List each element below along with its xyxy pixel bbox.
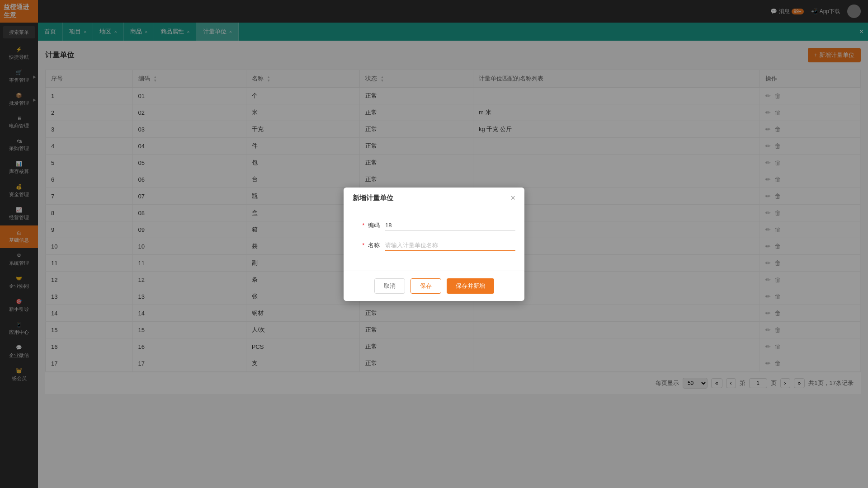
modal-title: 新增计量单位: [353, 194, 393, 202]
modal-body: * 编码 * 名称: [344, 209, 524, 271]
save-add-button[interactable]: 保存并新增: [447, 278, 494, 294]
cancel-button[interactable]: 取消: [374, 278, 405, 294]
code-row: * 编码: [353, 220, 515, 231]
modal-close-button[interactable]: ×: [510, 194, 515, 202]
modal-header: 新增计量单位 ×: [344, 188, 524, 209]
add-unit-modal: 新增计量单位 × * 编码 * 名称 取消 保存 保存并新增: [344, 188, 524, 301]
name-input[interactable]: [385, 240, 515, 251]
modal-overlay[interactable]: 新增计量单位 × * 编码 * 名称 取消 保存 保存并新增: [0, 0, 868, 488]
save-button[interactable]: 保存: [410, 278, 441, 294]
name-label: * 名称: [353, 241, 380, 249]
code-input[interactable]: [385, 220, 515, 231]
modal-footer: 取消 保存 保存并新增: [344, 271, 524, 301]
code-label: * 编码: [353, 221, 380, 230]
name-row: * 名称: [353, 240, 515, 251]
